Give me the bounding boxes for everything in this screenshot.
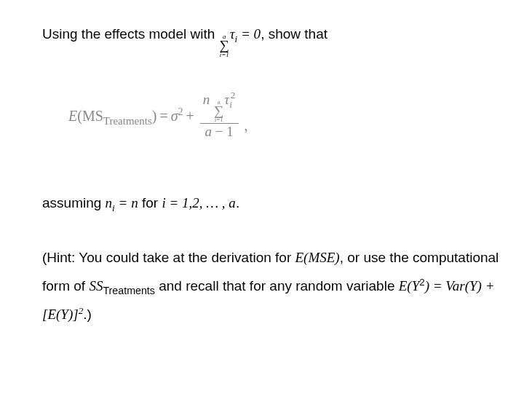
hint-l1a: (Hint: You could take at the derivation …	[42, 250, 295, 265]
hint-ss: SS	[89, 278, 103, 293]
equals: =	[159, 104, 167, 127]
range: i = 1,2, … , a	[162, 195, 236, 210]
document-page: Using the effects model with a∑i=1τi = 0…	[0, 0, 532, 350]
hint-eq-lhs: E(Y	[399, 278, 420, 293]
num-sum: a∑i=1	[213, 99, 224, 123]
num-tau-pow: 2	[231, 90, 236, 100]
hint-l3-ey: E(Y)	[47, 307, 73, 322]
ni: ni	[106, 195, 115, 210]
hint-e-mse: E(MSE)	[295, 250, 340, 265]
ni-n: n	[106, 195, 113, 210]
num-n: n	[203, 92, 213, 107]
hint-paragraph: (Hint: You could take at the derivation …	[42, 244, 510, 329]
hint-l3-end: .)	[83, 307, 92, 322]
numerator: n a∑i=1τi2	[200, 92, 239, 125]
lhs-close: )	[152, 108, 157, 124]
hint-l2b: and recall that for any random variable	[155, 278, 399, 293]
fraction: n a∑i=1τi2 a − 1	[200, 92, 239, 141]
assuming-line: assuming ni = n for i = 1,2, … , a.	[42, 192, 510, 214]
hint-l2a: form of	[42, 278, 89, 293]
num-sigma-symbol: ∑	[214, 105, 223, 117]
num-sum-lower: i=1	[215, 117, 223, 122]
for-text: for	[138, 195, 162, 210]
sum-lower: i=1	[220, 52, 229, 58]
denominator: a − 1	[202, 124, 237, 140]
den-a: a	[205, 124, 213, 139]
intro-line: Using the effects model with a∑i=1τi = 0…	[42, 23, 510, 58]
sigma-pow: 2	[178, 107, 183, 118]
lhs-E: E	[68, 108, 77, 124]
lhs-sub: Treatments	[103, 115, 152, 127]
sigma: σ	[171, 108, 178, 124]
sigma-symbol: ∑	[220, 39, 229, 52]
dot: .	[236, 195, 239, 210]
eq-n: = n	[115, 195, 138, 210]
intro-suffix: , show that	[261, 26, 327, 42]
equals-zero: = 0	[237, 26, 261, 42]
intro-prefix: Using the effects model with	[42, 26, 219, 42]
sum-stack: a∑i=1	[220, 33, 229, 58]
sum-body-var: τ	[230, 26, 235, 42]
hint-l3-close: ]	[73, 307, 78, 322]
hint-eq-lhs-pow: 2	[419, 276, 424, 287]
lhs-open: (	[77, 108, 82, 124]
trailing-comma: ,	[245, 114, 248, 140]
display-equation: E(MSTreatments) = σ2 + n a∑i=1τi2 a − 1 …	[68, 92, 510, 141]
lhs-MS: MS	[82, 108, 103, 124]
hint-l3: [E(Y)]2	[42, 307, 83, 322]
hint-eq-mid: = Var(Y) +	[429, 278, 495, 293]
hint-ss-sub: Treatments	[103, 284, 155, 296]
intro-sum: a∑i=1τi	[219, 26, 238, 42]
assuming-prefix: assuming	[42, 195, 106, 210]
den-minus: − 1	[212, 124, 234, 139]
hint-l1b: , or use the computational	[340, 250, 499, 265]
plus: +	[186, 104, 194, 127]
